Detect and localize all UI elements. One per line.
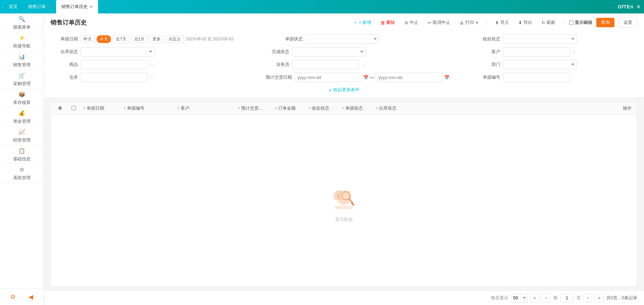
warehouse-ellipsis[interactable]: ··· bbox=[149, 75, 156, 80]
sort-icon-delivery: ⇅ bbox=[238, 106, 240, 110]
sidebar-item-search-menu[interactable]: 🔍 搜索菜单 bbox=[0, 13, 43, 32]
import-button[interactable]: ⬆ 导入 bbox=[492, 18, 512, 27]
show-cols-checkbox[interactable]: 显示碗细 bbox=[569, 20, 592, 26]
th-doc-date-label: 单据日期 bbox=[87, 105, 104, 111]
print-button[interactable]: 🖨 打印 ▼ bbox=[457, 18, 481, 27]
cancel-stop-button[interactable]: ↩ 取消中止 bbox=[425, 18, 453, 27]
date-1month[interactable]: 近1月 bbox=[131, 35, 148, 43]
per-page-select[interactable]: 50 10 20 100 bbox=[511, 294, 528, 302]
sidebar-item-base-info[interactable]: 📋 基础信息 bbox=[0, 145, 43, 164]
prev-page-button[interactable]: ‹ bbox=[542, 294, 551, 302]
th-pay-status[interactable]: ⇅ 收款状态 bbox=[305, 105, 339, 111]
th-customer[interactable]: ⇅ 客户 bbox=[174, 105, 235, 111]
customer-ellipsis[interactable]: ··· bbox=[571, 49, 578, 54]
delete-label: 删除 bbox=[386, 20, 395, 26]
check-all-input[interactable] bbox=[72, 106, 76, 110]
out-status-control bbox=[81, 47, 208, 56]
dept-select[interactable] bbox=[503, 60, 577, 69]
date-more[interactable]: 更多 bbox=[149, 35, 164, 43]
svg-point-0 bbox=[334, 205, 354, 209]
th-action-label: 操作 bbox=[623, 105, 632, 111]
last-page-icon: » bbox=[598, 295, 600, 300]
tab-sales-order-close[interactable]: ✕ bbox=[48, 5, 51, 9]
pay-status-label: 收款状态 bbox=[479, 36, 503, 42]
th-doc-status[interactable]: ⇅ 单据状态 bbox=[339, 105, 373, 111]
th-out-status[interactable]: ⇅ 出库状态 bbox=[373, 105, 406, 111]
sidebar-item-quick-nav[interactable]: ⚡ 快捷导航 bbox=[0, 32, 43, 51]
query-button[interactable]: 查询 bbox=[596, 18, 614, 27]
sidebar-item-finance-mgmt[interactable]: 💰 资金管理 bbox=[0, 108, 43, 126]
date-today[interactable]: 今天 bbox=[97, 35, 111, 43]
sidebar-item-quick-nav-label: 快捷导航 bbox=[13, 43, 31, 49]
settings-button[interactable]: 设置 bbox=[618, 17, 637, 28]
doc-no-label: 单据编号 bbox=[479, 74, 503, 80]
out-status-select[interactable] bbox=[81, 47, 155, 56]
delete-button[interactable]: 🗑 删除 bbox=[378, 18, 398, 27]
salesperson-input[interactable] bbox=[292, 60, 359, 69]
show-cols-check[interactable] bbox=[569, 21, 573, 25]
first-page-button[interactable]: « bbox=[530, 294, 539, 302]
table-settings-icon[interactable]: ⚙ bbox=[53, 106, 67, 111]
sidebar-item-sales-mgmt[interactable]: 📊 销售管理 bbox=[0, 51, 43, 70]
sort-icon-no: ⇅ bbox=[123, 106, 126, 110]
total-info: 共0页，0条记录 bbox=[606, 295, 637, 301]
filter-row-3: 商品 ··· 业务员 ··· 部门 bbox=[57, 60, 631, 69]
customer-input[interactable] bbox=[503, 47, 570, 56]
date-custom[interactable]: 自定义 bbox=[166, 35, 184, 43]
delivery-date-end[interactable] bbox=[376, 73, 443, 82]
dept-label: 部门 bbox=[479, 62, 503, 68]
page-title: 销售订单历史 bbox=[50, 18, 87, 27]
delivery-date-start[interactable] bbox=[295, 73, 362, 82]
warehouse-input[interactable] bbox=[81, 73, 148, 82]
complete-status-select[interactable] bbox=[292, 47, 366, 56]
search-menu-icon: 🔍 bbox=[18, 15, 26, 23]
last-page-button[interactable]: » bbox=[595, 294, 604, 302]
tab-sales-order-history[interactable]: 销售订单历史 ✕ bbox=[56, 0, 98, 13]
salesperson-ellipsis[interactable]: ··· bbox=[360, 62, 367, 67]
th-amount[interactable]: ⇅ 订单金额 bbox=[272, 105, 305, 111]
doc-status-control bbox=[305, 34, 433, 44]
sidebar-item-ops-mgmt[interactable]: 📈 经营管理 bbox=[0, 126, 43, 145]
sort-icon-out: ⇅ bbox=[375, 106, 378, 110]
refresh-label: 刷新 bbox=[547, 20, 555, 26]
stop-label: 中止 bbox=[410, 20, 418, 26]
goods-ellipsis[interactable]: ··· bbox=[149, 62, 156, 67]
doc-status-select[interactable] bbox=[305, 34, 379, 44]
delivery-date-cal1[interactable]: 📅 bbox=[363, 75, 369, 80]
delivery-date-cal2[interactable]: 📅 bbox=[444, 75, 449, 80]
th-doc-no[interactable]: ⇅ 单据编号 bbox=[121, 105, 174, 111]
table-footer: 每页显示 50 10 20 100 « ‹ 第 页 › » 共0页，0条记录 bbox=[44, 290, 644, 305]
sidebar-item-base-info-label: 基础信息 bbox=[13, 156, 31, 162]
tab-sales-order-history-close[interactable]: ✕ bbox=[90, 5, 93, 9]
tab-sales-order[interactable]: 销售订单 ✕ bbox=[23, 0, 56, 13]
th-doc-date[interactable]: ⇅ 单据日期 bbox=[80, 105, 121, 111]
top-close-icon[interactable]: ✕ bbox=[636, 4, 641, 10]
prev-page-icon: ‹ bbox=[545, 295, 547, 300]
tab-home[interactable]: 首页 bbox=[3, 0, 23, 13]
stop-button[interactable]: ⊘ 中止 bbox=[402, 18, 421, 27]
empty-text: 暂无数据 bbox=[335, 217, 353, 223]
next-page-button[interactable]: › bbox=[584, 294, 592, 302]
sidebar-item-inventory-calc[interactable]: 📦 库存核算 bbox=[0, 89, 43, 108]
th-doc-no-label: 单据编号 bbox=[127, 105, 144, 111]
date-yesterday[interactable]: 昨天 bbox=[81, 35, 95, 43]
sidebar-item-sys-mgmt[interactable]: ⚙ 系统管理 bbox=[0, 164, 43, 183]
th-delivery[interactable]: ⇅ 预计交货... bbox=[235, 105, 272, 111]
pay-status-select[interactable] bbox=[503, 34, 577, 44]
print-chevron: ▼ bbox=[475, 21, 479, 25]
export-button[interactable]: ⬇ 导出 bbox=[516, 18, 535, 27]
sidebar-item-purchase-mgmt[interactable]: 🛒 采购管理 bbox=[0, 70, 43, 89]
sidebar-settings-icon[interactable]: ⚙ bbox=[10, 293, 15, 301]
table-check-all[interactable] bbox=[67, 106, 80, 110]
page-number-input[interactable] bbox=[560, 294, 574, 302]
doc-no-input[interactable] bbox=[503, 73, 570, 82]
collapse-up-icon: ∧ bbox=[329, 87, 332, 92]
new-button[interactable]: ＋ + 新增 bbox=[350, 18, 374, 27]
collapse-row[interactable]: ∧ 收起更多条件 bbox=[57, 85, 631, 94]
sidebar: 🔍 搜索菜单 ⚡ 快捷导航 📊 销售管理 🛒 采购管理 📦 库存核算 💰 资金管… bbox=[0, 13, 44, 305]
refresh-button[interactable]: ↻ 刷新 bbox=[539, 18, 558, 27]
sidebar-collapse-icon[interactable]: ◀ bbox=[29, 293, 33, 301]
sidebar-item-ops-mgmt-label: 经营管理 bbox=[13, 137, 31, 143]
goods-input[interactable] bbox=[81, 60, 148, 69]
date-7days[interactable]: 近7天 bbox=[113, 35, 129, 43]
